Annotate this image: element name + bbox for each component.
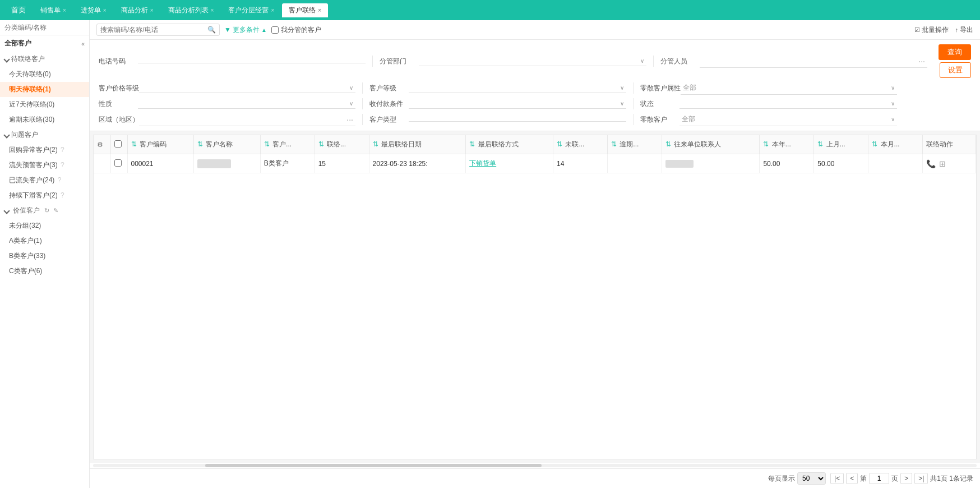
sidebar-item-tomorrow[interactable]: 明天待联络(1) xyxy=(0,82,89,97)
sidebar-search-area: 🔍 xyxy=(0,20,89,35)
sidebar-item-7days[interactable]: 近7天待联络(0) xyxy=(0,97,89,112)
sidebar: 🔍 全部客户 « 待联络客户 今天待联络(0) 明天待联络(1) 近7天待联络(… xyxy=(0,20,90,488)
col-name[interactable]: ⇅ 客户名称 xyxy=(194,135,261,154)
export-btn[interactable]: ↑ 导出 xyxy=(955,25,974,35)
col-this-month[interactable]: ⇅ 本月... xyxy=(868,135,923,154)
region-select[interactable]: ··· xyxy=(139,113,355,126)
filter-person: 分管人员 ··· xyxy=(660,55,927,68)
row-uncontacted: 14 xyxy=(553,154,608,173)
per-page-select[interactable]: 50 100 200 xyxy=(797,472,826,485)
filter-dept: 分管部门 ∨ xyxy=(380,56,646,66)
status-select[interactable]: ∨ xyxy=(679,99,897,109)
person-more-icon[interactable]: ··· xyxy=(918,57,925,66)
gender-select[interactable]: ∨ xyxy=(138,99,355,109)
nav-customer-contact[interactable]: 客户联络× xyxy=(282,3,328,17)
sidebar-search-input[interactable] xyxy=(4,24,89,31)
edit-icon[interactable]: ✎ xyxy=(53,207,58,214)
export-icon: ↑ xyxy=(955,26,959,33)
person-select[interactable]: ··· xyxy=(700,55,927,68)
sidebar-item-class-a[interactable]: A类客户(1) xyxy=(0,233,89,248)
sidebar-item-churned[interactable]: 已流失客户(24) ? xyxy=(0,173,89,188)
customer-level-select[interactable]: ∨ xyxy=(409,83,626,93)
retail-customer-select[interactable]: 全部 ∨ xyxy=(679,113,897,126)
filter-icon: ▼ xyxy=(224,26,231,34)
main-search-icon[interactable]: 🔍 xyxy=(207,26,216,34)
settings-button[interactable]: 设置 xyxy=(940,62,971,78)
action-grid-icon[interactable]: ⊞ xyxy=(939,159,946,168)
payment-chevron-icon: ∨ xyxy=(620,100,624,107)
row-this-month xyxy=(868,154,923,173)
filter-row-4: 区域（地区） ··· 客户类型 零散客户 xyxy=(99,113,971,126)
col-last-date[interactable]: ⇅ 最后联络日期 xyxy=(369,135,466,154)
person-label: 分管人员 xyxy=(660,57,700,66)
col-contact-person[interactable]: ⇅ 往来单位联系人 xyxy=(662,135,760,154)
all-customers-header[interactable]: 全部客户 « xyxy=(0,35,89,52)
nav-customer-tier[interactable]: 客户分层经营× xyxy=(221,3,281,17)
refresh-icon[interactable]: ↻ xyxy=(44,207,49,214)
value-level-select[interactable]: ∨ xyxy=(139,83,355,93)
dept-select[interactable]: ∨ xyxy=(419,56,646,66)
filter-region: 区域（地区） ··· xyxy=(99,113,355,126)
col-uncontacted[interactable]: ⇅ 未联... xyxy=(553,135,608,154)
customer-type-select[interactable] xyxy=(409,118,626,122)
row-select-checkbox[interactable] xyxy=(114,159,122,167)
action-phone-icon[interactable]: 📞 xyxy=(926,159,936,168)
nav-analysis[interactable]: 商品分析× xyxy=(114,3,160,17)
collapse-icon[interactable]: « xyxy=(81,40,85,47)
first-page-btn[interactable]: |< xyxy=(830,473,844,484)
help-icon-3[interactable]: ? xyxy=(61,191,64,199)
sidebar-item-today[interactable]: 今天待联络(0) xyxy=(0,67,89,82)
sidebar-item-repurchase-abnormal[interactable]: 回购异常客户(2) ? xyxy=(0,142,89,158)
gear-icon[interactable]: ⚙ xyxy=(97,141,103,149)
page-input[interactable] xyxy=(869,473,889,484)
nav-home[interactable]: 首页 xyxy=(4,3,33,17)
sort-icon-name: ⇅ xyxy=(197,140,203,148)
filter-status: 状态 ∨ xyxy=(640,99,897,109)
payment-select[interactable]: ∨ xyxy=(409,99,626,109)
col-code[interactable]: ⇅ 客户编码 xyxy=(127,135,194,154)
scrollbar-thumb[interactable] xyxy=(205,464,542,467)
problem-section-title: 问题客户 xyxy=(0,127,89,142)
row-last-method[interactable]: 下销货单 xyxy=(466,154,553,173)
sort-icon: ⇅ xyxy=(131,140,137,148)
sidebar-item-declining[interactable]: 持续下滑客户(2) ? xyxy=(0,188,89,203)
value-level-chevron-icon: ∨ xyxy=(349,85,353,91)
sidebar-item-class-b[interactable]: B类客户(33) xyxy=(0,248,89,264)
my-customers-checkbox-label[interactable]: 我分管的客户 xyxy=(271,25,321,35)
more-conditions-btn[interactable]: ▼ 更多条件 ▲ xyxy=(224,25,267,35)
status-label: 状态 xyxy=(640,99,679,109)
prev-page-btn[interactable]: < xyxy=(846,473,858,484)
help-icon-2[interactable]: ? xyxy=(58,176,62,184)
sidebar-item-churn-warning[interactable]: 流失预警客户(3) ? xyxy=(0,158,89,173)
my-customers-checkbox[interactable] xyxy=(271,26,279,34)
col-gear[interactable]: ⚙ xyxy=(94,135,110,154)
nav-analysis-list[interactable]: 商品分析列表× xyxy=(161,3,221,17)
batch-operation-btn[interactable]: ☑ 批量操作 xyxy=(914,25,949,35)
col-last-month[interactable]: ⇅ 上月... xyxy=(814,135,868,154)
sidebar-item-class-c[interactable]: C类客户(6) xyxy=(0,264,89,279)
phone-label: 电话号码 xyxy=(99,57,138,66)
region-more-icon[interactable]: ··· xyxy=(346,115,353,124)
select-all-checkbox[interactable] xyxy=(114,140,122,148)
sidebar-item-unclassified[interactable]: 未分组(32) xyxy=(0,218,89,233)
col-this-year[interactable]: ⇅ 本年... xyxy=(760,135,814,154)
region-label: 区域（地区） xyxy=(99,115,139,125)
retail-attr-select[interactable]: 全部 ∨ xyxy=(681,81,897,95)
sort-icon-unc: ⇅ xyxy=(557,140,562,148)
nav-sales[interactable]: 销售单× xyxy=(34,3,73,17)
next-page-btn[interactable]: > xyxy=(900,473,912,484)
nav-purchase[interactable]: 进货单× xyxy=(74,3,113,17)
horizontal-scrollbar[interactable] xyxy=(90,463,980,468)
col-last-method[interactable]: ⇅ 最后联络方式 xyxy=(466,135,553,154)
last-page-btn[interactable]: >| xyxy=(914,473,928,484)
phone-input[interactable] xyxy=(138,59,366,63)
sidebar-item-overdue[interactable]: 逾期未联络(30) xyxy=(0,112,89,127)
help-icon-1[interactable]: ? xyxy=(61,161,64,169)
row-category: B类客户 xyxy=(260,154,315,173)
help-icon-0[interactable]: ? xyxy=(61,146,64,154)
col-category[interactable]: ⇅ 客户... xyxy=(260,135,315,154)
col-contact[interactable]: ⇅ 联络... xyxy=(315,135,369,154)
col-overdue[interactable]: ⇅ 逾期... xyxy=(607,135,662,154)
main-search-input[interactable] xyxy=(100,26,207,34)
query-button[interactable]: 查询 xyxy=(939,44,971,60)
